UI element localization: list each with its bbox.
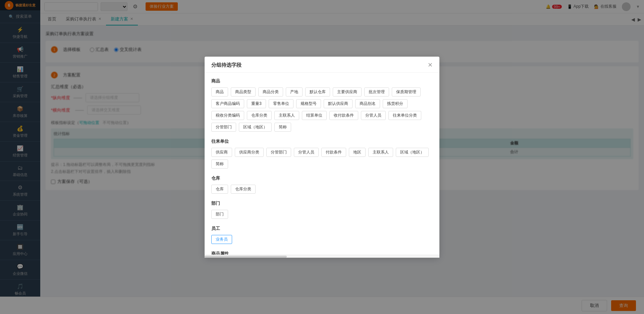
field-tag-spec-model[interactable]: 规格型号 — [296, 99, 321, 108]
field-tag-partner-dept[interactable]: 分管部门 — [266, 148, 291, 157]
field-group-product: 商品 商品 商品类型 商品分类 产地 默认仓库 主要供应商 批次管理 保质期管理… — [211, 78, 433, 132]
field-group-warehouse: 仓库 仓库 仓库分类 — [211, 175, 433, 194]
field-tag-shelf-life[interactable]: 保质期管理 — [392, 87, 421, 97]
field-tags-product: 商品 商品类型 商品分类 产地 默认仓库 主要供应商 批次管理 保质期管理 客户… — [211, 87, 433, 132]
field-group-employee-title: 员工 — [211, 226, 433, 232]
field-tag-partner-contact[interactable]: 主联系人 — [368, 148, 393, 157]
field-group-product-attr-title: 商品属性 — [211, 251, 433, 255]
field-tag-region[interactable]: 地区 — [349, 148, 366, 157]
field-tag-customer-code[interactable]: 客户商品编码 — [211, 99, 244, 108]
field-tag-batch-mgmt[interactable]: 批次管理 — [364, 87, 389, 97]
field-tag-product-category[interactable]: 商品分类 — [258, 87, 283, 97]
field-tags-partner: 供应商 供应商分类 分管部门 分管人员 付款条件 地区 主联系人 区域（地区） … — [211, 148, 433, 169]
field-group-employee: 员工 业务员 — [211, 226, 433, 244]
field-tag-origin[interactable]: 产地 — [286, 87, 303, 97]
field-tags-employee: 业务员 — [211, 235, 433, 244]
field-tag-partner-category[interactable]: 往来单位分类 — [388, 111, 421, 120]
field-tag-main-supplier[interactable]: 主要供应商 — [333, 87, 362, 97]
modal-title: 分组待选字段 — [211, 62, 241, 68]
field-tag-warehouse[interactable]: 仓库 — [211, 185, 228, 194]
field-tag-default-supplier[interactable]: 默认供应商 — [324, 99, 353, 108]
field-tag-responsible-person[interactable]: 分管人员 — [361, 111, 386, 120]
field-tag-dept[interactable]: 部门 — [211, 210, 228, 219]
field-tag-partner-region[interactable]: 区域（地区） — [396, 148, 429, 157]
field-tag-default-warehouse[interactable]: 默认仓库 — [305, 87, 330, 97]
field-tag-dept-responsible[interactable]: 分管部门 — [211, 123, 236, 132]
field-tag-partner-person[interactable]: 分管人员 — [294, 148, 319, 157]
field-tags-warehouse: 仓库 仓库分类 — [211, 185, 433, 194]
modal-close-btn[interactable]: ✕ — [428, 62, 433, 68]
field-tag-payment-condition[interactable]: 付款条件 — [321, 148, 346, 157]
field-tag-product-alias[interactable]: 商品别名 — [355, 99, 380, 108]
field-tag-product[interactable]: 商品 — [211, 87, 228, 97]
field-tag-warehouse-cat[interactable]: 仓库分类 — [231, 185, 256, 194]
modal-overlay: 分组待选字段 ✕ 商品 商品 商品类型 商品分类 产地 默认仓库 主要供应商 批… — [0, 0, 644, 314]
field-tag-partner-short-name[interactable]: 简称 — [211, 160, 228, 169]
field-tag-retail-unit[interactable]: 零售单位 — [269, 99, 293, 108]
hscroll-thumb — [205, 256, 287, 258]
modal-dialog: 分组待选字段 ✕ 商品 商品 商品类型 商品分类 产地 默认仓库 主要供应商 批… — [205, 57, 439, 258]
field-group-partner-title: 往来单位 — [211, 138, 433, 144]
field-tags-dept: 部门 — [211, 210, 433, 219]
field-tag-payment-terms[interactable]: 收付款条件 — [329, 111, 358, 120]
field-group-product-attr: 商品属性 属性 颜色 多规格 尺码 鞋码 1 — [211, 251, 433, 255]
field-group-product-title: 商品 — [211, 78, 433, 84]
field-group-warehouse-title: 仓库 — [211, 175, 433, 181]
field-group-partner: 往来单位 供应商 供应商分类 分管部门 分管人员 付款条件 地区 主联系人 区域… — [211, 138, 433, 169]
field-tag-pick-points[interactable]: 拣货积分 — [383, 99, 408, 108]
field-group-dept: 部门 部门 — [211, 200, 433, 219]
field-tag-supplier-category[interactable]: 供应商分类 — [235, 148, 264, 157]
field-tag-short-name[interactable]: 简称 — [274, 123, 291, 132]
field-group-dept-title: 部门 — [211, 200, 433, 206]
field-tag-weight3[interactable]: 重量3 — [247, 99, 266, 108]
field-tag-warehouse-category[interactable]: 仓库分类 — [247, 111, 272, 120]
field-tag-tax-code[interactable]: 税收分类编码 — [211, 111, 244, 120]
field-tag-settlement-unit[interactable]: 结算单位 — [302, 111, 327, 120]
field-tag-product-type[interactable]: 商品类型 — [231, 87, 256, 97]
modal-hscroll[interactable] — [205, 255, 439, 257]
field-tag-region-area[interactable]: 区域（地区） — [239, 123, 272, 132]
field-tag-main-contact[interactable]: 主联系人 — [274, 111, 299, 120]
modal-header: 分组待选字段 ✕ — [205, 57, 439, 73]
modal-body: 商品 商品 商品类型 商品分类 产地 默认仓库 主要供应商 批次管理 保质期管理… — [205, 73, 439, 255]
field-tag-supplier[interactable]: 供应商 — [211, 148, 232, 157]
field-tag-salesperson[interactable]: 业务员 — [211, 235, 232, 244]
